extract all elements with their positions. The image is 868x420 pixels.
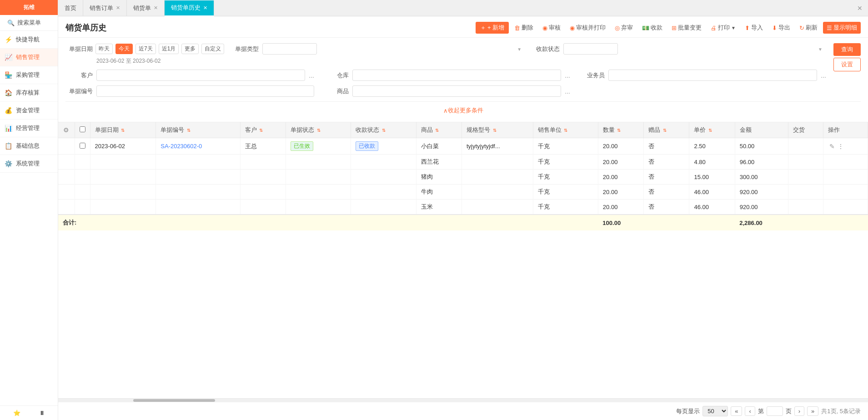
tab-sales-order[interactable]: 销售订单 ✕ <box>83 0 127 16</box>
number-sort-icon: ⇅ <box>187 128 191 133</box>
row-customer <box>240 185 286 200</box>
tab-sales-goods-close[interactable]: ✕ <box>154 5 158 11</box>
tab-bar-close-button[interactable]: ✕ <box>852 5 868 12</box>
audit-print-button[interactable]: ◉ 审核并打印 <box>566 22 609 34</box>
row-spec <box>462 185 533 200</box>
show-details-button[interactable]: ☰ 显示明细 <box>823 22 861 34</box>
per-page-label: 每页显示 <box>676 407 700 415</box>
doc-number-link[interactable]: SA-20230602-0 <box>161 143 202 150</box>
batch-icon: ⊞ <box>672 25 677 31</box>
print-button[interactable]: 🖨 打印 ▼ <box>707 22 739 34</box>
row-date <box>90 185 156 200</box>
row-amount: 300.00 <box>735 170 788 185</box>
col-spec[interactable]: 规格型号 ⇅ <box>462 122 533 138</box>
tab-home[interactable]: 首页 <box>58 0 83 16</box>
abandon-button[interactable]: ◎ 弃审 <box>611 22 637 34</box>
sidebar-item-sales-mgmt[interactable]: 📈 销售管理 <box>0 49 58 66</box>
import-button[interactable]: ⬆ 导入 <box>741 22 767 34</box>
row-gift: 否 <box>644 185 689 200</box>
page-suffix-label: 页 <box>786 407 792 415</box>
warehouse-dots[interactable]: ... <box>565 72 570 79</box>
row-date: 2023-06-02 <box>90 138 156 155</box>
sidebar-item-purchase-mgmt[interactable]: 🏪 采购管理 <box>0 66 58 84</box>
scrollbar-thumb[interactable] <box>133 399 215 402</box>
pause-icon[interactable]: ⏸ <box>39 410 45 416</box>
goods-input[interactable] <box>352 85 561 97</box>
date-btn-yesterday[interactable]: 昨天 <box>95 44 113 54</box>
prev-page-button[interactable]: ‹ <box>745 406 755 416</box>
refresh-button[interactable]: ↻ 刷新 <box>796 22 821 34</box>
tab-sales-goods[interactable]: 销货单 ✕ <box>127 0 165 16</box>
next-page-button[interactable]: › <box>794 406 804 416</box>
delete-button[interactable]: 🗑 删除 <box>511 22 537 34</box>
audit-button[interactable]: ◉ 审核 <box>539 22 564 34</box>
table-settings-icon[interactable]: ⚙ <box>63 126 69 134</box>
col-unit[interactable]: 销售单位 ⇅ <box>533 122 598 138</box>
page-header: 销货单历史 ＋ + 新增 🗑 删除 ◉ 审核 ◉ 审核并打印 <box>58 16 868 38</box>
col-gear[interactable]: ⚙ <box>58 122 75 138</box>
col-payment-status[interactable]: 收款状态 ⇅ <box>351 122 416 138</box>
warehouse-input[interactable] <box>352 70 561 81</box>
edit-action-button[interactable]: ✎ <box>828 143 836 150</box>
date-btn-today[interactable]: 今天 <box>115 44 133 54</box>
row-checkbox-cell <box>75 185 90 200</box>
first-page-button[interactable]: « <box>731 406 742 416</box>
page-number-input[interactable]: 1 <box>767 406 783 416</box>
set-button[interactable]: 设置 <box>833 58 861 71</box>
select-all-checkbox[interactable] <box>80 126 85 132</box>
collapse-button[interactable]: ∧ 收起更多条件 <box>442 105 485 116</box>
collect-button[interactable]: 💵 收款 <box>638 22 666 34</box>
batch-change-button[interactable]: ⊞ 批量变更 <box>668 22 705 34</box>
new-button[interactable]: ＋ + 新增 <box>476 22 509 34</box>
doc-number-input[interactable] <box>96 85 314 97</box>
sidebar-item-basic-info[interactable]: 📋 基础信息 <box>0 137 58 155</box>
tab-sales-history[interactable]: 销货单历史 ✕ <box>165 0 214 16</box>
tab-sales-order-close[interactable]: ✕ <box>116 5 120 11</box>
col-number[interactable]: 单据编号 ⇅ <box>156 122 240 138</box>
sidebar-item-search[interactable]: 🔍 搜索菜单 <box>0 15 58 31</box>
row-checkbox[interactable] <box>80 143 85 149</box>
col-doc-status[interactable]: 单据状态 ⇅ <box>286 122 351 138</box>
row-qty: 20.00 <box>598 185 643 200</box>
payment-status-select[interactable] <box>563 43 618 55</box>
doc-status-sort-icon: ⇅ <box>317 128 321 133</box>
star-icon[interactable]: ⭐ <box>13 410 20 416</box>
salesperson-input[interactable] <box>608 70 817 81</box>
sidebar-item-operations[interactable]: 📊 经营管理 <box>0 120 58 137</box>
salesperson-dots[interactable]: ... <box>821 72 826 79</box>
plus-icon: ＋ <box>480 24 486 32</box>
customer-input[interactable] <box>96 70 305 81</box>
date-btn-more[interactable]: 更多 <box>181 44 199 54</box>
sidebar-item-quick-nav[interactable]: ⚡ 快捷导航 <box>0 31 58 49</box>
customer-dots[interactable]: ... <box>309 72 314 79</box>
sidebar-item-system-mgmt[interactable]: ⚙️ 系统管理 <box>0 155 58 173</box>
sidebar-item-inventory[interactable]: 🏠 库存核算 <box>0 84 58 102</box>
doc-type-select[interactable] <box>262 43 317 55</box>
row-transaction <box>788 185 823 200</box>
row-spec <box>462 200 533 215</box>
date-btn-1month[interactable]: 近1月 <box>159 44 179 54</box>
horizontal-scrollbar[interactable] <box>58 398 868 402</box>
col-customer[interactable]: 客户 ⇅ <box>240 122 286 138</box>
row-action-cell <box>823 170 868 185</box>
operations-icon: 📊 <box>5 125 12 132</box>
col-goods[interactable]: 商品 ⇅ <box>416 122 462 138</box>
finance-icon: 💰 <box>5 107 12 114</box>
query-button[interactable]: 查询 <box>833 43 861 56</box>
more-action-button[interactable]: ⋮ <box>836 143 845 150</box>
tab-sales-history-close[interactable]: ✕ <box>203 5 207 11</box>
col-qty[interactable]: 数量 ⇅ <box>598 122 643 138</box>
date-btn-7days[interactable]: 近7天 <box>135 44 156 54</box>
table-row: 牛肉千克20.00否46.00920.00 <box>58 185 868 200</box>
col-gift[interactable]: 赠品 ⇅ <box>644 122 689 138</box>
inventory-icon: 🏠 <box>5 89 12 96</box>
date-btn-custom[interactable]: 自定义 <box>201 44 224 54</box>
col-date[interactable]: 单据日期 ⇅ <box>90 122 156 138</box>
export-button[interactable]: ⬇ 导出 <box>768 22 794 34</box>
sidebar-item-finance[interactable]: 💰 资金管理 <box>0 102 58 120</box>
goods-dots[interactable]: ... <box>565 88 570 95</box>
col-price[interactable]: 单价 ⇅ <box>689 122 735 138</box>
per-page-select[interactable]: 50 100 <box>702 406 728 416</box>
last-page-button[interactable]: » <box>807 406 818 416</box>
print-dropdown-icon: ▼ <box>731 25 736 30</box>
